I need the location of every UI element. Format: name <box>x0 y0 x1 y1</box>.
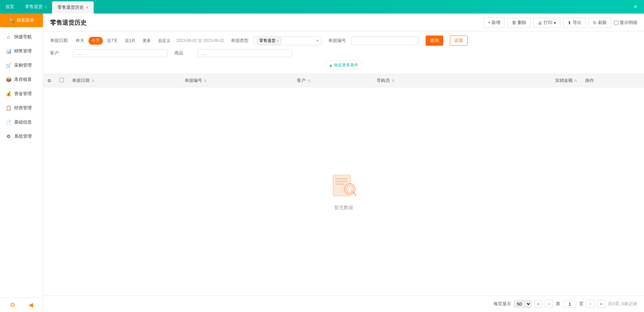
main-layout: 🔍 搜索菜单 ⌂ 快捷导航 📊 销售管理 🛒 采购管理 📦 库存核算 💰 <box>0 14 644 312</box>
home-icon: ⌂ <box>5 34 11 40</box>
sidebar-item-inventory-label: 库存核算 <box>14 76 32 83</box>
refresh-icon: ↻ <box>593 20 597 25</box>
number-filter-label: 单据编号 <box>328 38 349 44</box>
top-bar: 首页 零售退货 × 零售退货历史 × × <box>0 0 644 14</box>
col-number: 单据编号 ⇅ <box>181 74 293 87</box>
page-number-input[interactable] <box>563 300 576 308</box>
date-buttons: 昨天 今天 近7天 近1月 更多 自定义 <box>73 37 173 45</box>
window-close-button[interactable]: × <box>627 3 644 10</box>
toolbar: + 新增 🗑 删除 🖨 打印 ▾ ⬆ 导出 ↻ 刷新 <box>483 18 637 28</box>
table-container: ⚙ 单据日期 ⇅ 单据编号 ⇅ <box>43 74 644 295</box>
col-number-sort[interactable]: ⇅ <box>204 79 207 83</box>
col-checkbox <box>55 74 68 87</box>
sidebar: 🔍 搜索菜单 ⌂ 快捷导航 📊 销售管理 🛒 采购管理 📦 库存核算 💰 <box>0 14 43 312</box>
page-title: 零售退货历史 <box>50 19 87 27</box>
type-filter-group: 单据类型 零售退货 × ▾ <box>231 36 321 45</box>
sidebar-menu: ⌂ 快捷导航 📊 销售管理 🛒 采购管理 📦 库存核算 💰 资金管理 📋 <box>0 27 43 297</box>
col-date-sort[interactable]: ⇅ <box>92 79 94 83</box>
query-button[interactable]: 查询 <box>426 36 443 46</box>
customer-filter-input[interactable]: ... <box>73 49 168 57</box>
type-dropdown-icon[interactable]: ▾ <box>316 38 318 43</box>
goods-filter-input[interactable]: ... <box>197 49 292 57</box>
tab-retail-return-history[interactable]: 零售退货历史 × <box>52 1 93 14</box>
tab-retail-return-history-close[interactable]: × <box>86 5 88 9</box>
operations-icon: 📋 <box>5 105 11 111</box>
goods-filter-label: 商品 <box>174 50 195 56</box>
setting-button[interactable]: 设置 <box>450 36 468 46</box>
col-amount-sort[interactable]: ⇅ <box>574 79 577 83</box>
sidebar-item-sales[interactable]: 📊 销售管理 <box>0 44 43 58</box>
tab-retail-return[interactable]: 零售退货 × <box>20 0 52 14</box>
page-header: 零售退货历史 + 新增 🗑 删除 🖨 打印 ▾ ⬆ 导出 ↻ <box>43 14 644 31</box>
refresh-label: 刷新 <box>598 20 607 26</box>
sidebar-item-system[interactable]: ⚙ 系统管理 <box>0 129 43 143</box>
sidebar-item-purchase[interactable]: 🛒 采购管理 <box>0 58 43 72</box>
sidebar-item-quick-nav-label: 快捷导航 <box>14 34 32 40</box>
type-filter-tag: 零售退货 × <box>257 37 281 44</box>
table-header: ⚙ 单据日期 ⇅ 单据编号 ⇅ <box>43 74 644 87</box>
date-btn-yesterday[interactable]: 昨天 <box>73 37 87 45</box>
date-btn-7days[interactable]: 近7天 <box>104 37 121 45</box>
print-dropdown-icon: ▾ <box>554 20 556 25</box>
display-detail-label: 显示明细 <box>620 20 637 26</box>
settings-icon[interactable]: ⚙ <box>10 301 15 309</box>
col-number-label: 单据编号 <box>185 78 202 83</box>
refresh-button[interactable]: ↻ 刷新 <box>589 18 611 28</box>
sidebar-item-operations-label: 经营管理 <box>14 105 32 111</box>
date-filter-group: 单据日期 昨天 今天 近7天 近1月 更多 自定义 2023-06-02 至 2… <box>50 37 224 45</box>
date-btn-today[interactable]: 今天 <box>89 37 103 45</box>
sidebar-item-basic-info[interactable]: 📄 基础信息 <box>0 115 43 129</box>
page-size-select[interactable]: 20 50 100 <box>514 300 531 308</box>
tab-home[interactable]: 首页 <box>0 0 20 14</box>
sidebar-search[interactable]: 🔍 搜索菜单 <box>0 14 43 27</box>
display-detail-checkbox[interactable] <box>614 21 618 25</box>
select-all-checkbox[interactable] <box>59 78 64 82</box>
print-label: 打印 <box>544 20 552 26</box>
date-btn-more[interactable]: 更多 <box>140 37 154 45</box>
goods-ellipsis[interactable]: ... <box>200 50 208 56</box>
page-word: 第 <box>556 301 560 307</box>
col-guide-sort[interactable]: ⇅ <box>392 79 395 83</box>
search-icon: 🔍 <box>9 18 15 23</box>
prev-page-button[interactable]: ‹ <box>545 300 553 308</box>
last-page-button[interactable]: » <box>597 300 605 308</box>
col-customer-sort[interactable]: ⇅ <box>308 79 310 83</box>
col-guide-label: 导购员 <box>377 78 390 83</box>
export-button[interactable]: ⬆ 导出 <box>563 18 586 28</box>
table-settings-icon[interactable]: ⚙ <box>47 78 51 83</box>
date-btn-custom[interactable]: 自定义 <box>155 37 173 45</box>
number-filter-input[interactable] <box>351 37 419 45</box>
svg-rect-2 <box>335 181 347 182</box>
customer-ellipsis[interactable]: ... <box>76 50 83 56</box>
sidebar-item-inventory[interactable]: 📦 库存核算 <box>0 72 43 87</box>
print-button[interactable]: 🖨 打印 ▾ <box>533 18 560 28</box>
type-tag-remove[interactable]: × <box>277 39 279 43</box>
sidebar-item-finance[interactable]: 💰 资金管理 <box>0 87 43 101</box>
first-page-button[interactable]: « <box>534 300 542 308</box>
next-page-button[interactable]: › <box>586 300 594 308</box>
total-info: 共0页, 0条记录 <box>608 301 637 307</box>
new-button[interactable]: + 新增 <box>483 18 505 28</box>
tab-retail-return-close[interactable]: × <box>45 5 47 9</box>
collapse-button[interactable]: ▲ 收起更多条件 <box>325 61 363 70</box>
export-icon: ⬆ <box>568 20 571 25</box>
sidebar-item-finance-label: 资金管理 <box>14 91 32 97</box>
collapse-label: 收起更多条件 <box>334 62 358 68</box>
customer-filter-label: 客户 <box>50 50 70 56</box>
tab-home-label: 首页 <box>5 4 14 10</box>
col-customer-label: 客户 <box>297 78 306 83</box>
sidebar-item-basic-info-label: 基础信息 <box>14 119 32 125</box>
date-btn-1month[interactable]: 近1月 <box>122 37 139 45</box>
inventory-icon: 📦 <box>5 76 11 83</box>
type-filter-input[interactable]: 零售退货 × ▾ <box>254 36 321 45</box>
sidebar-item-quick-nav[interactable]: ⌂ 快捷导航 <box>0 30 43 44</box>
sidebar-bottom: ⚙ ◀ <box>0 297 43 312</box>
finance-icon: 💰 <box>5 91 11 97</box>
sidebar-item-operations[interactable]: 📋 经营管理 <box>0 101 43 115</box>
display-detail-checkbox-label[interactable]: 显示明细 <box>614 20 637 26</box>
col-guide: 导购员 ⇅ <box>373 74 469 87</box>
col-customer: 客户 ⇅ <box>293 74 373 87</box>
empty-state: 暂无数据 <box>43 87 644 295</box>
delete-button[interactable]: 🗑 删除 <box>507 18 531 28</box>
collapse-sidebar-icon[interactable]: ◀ <box>28 301 33 309</box>
